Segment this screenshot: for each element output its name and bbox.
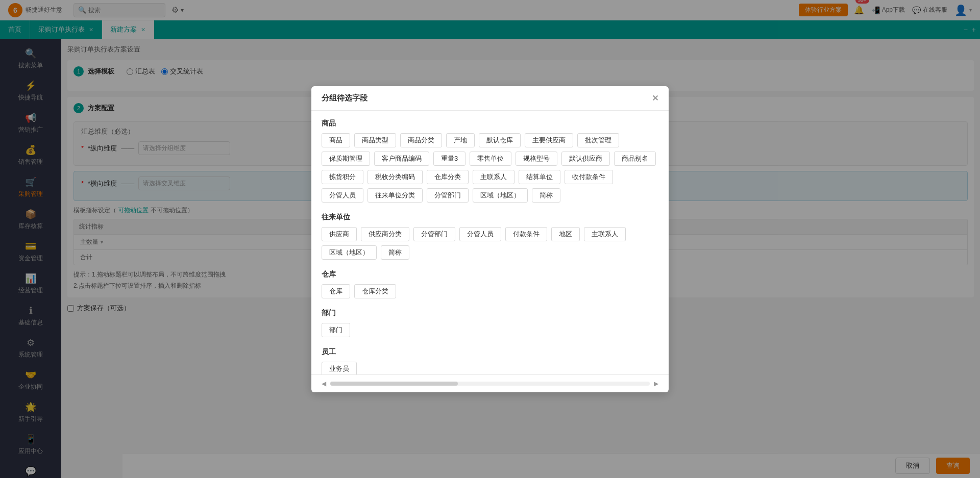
field-tag-3-0[interactable]: 部门	[322, 323, 350, 337]
field-tags-2: 仓库仓库分类	[322, 284, 658, 298]
field-tag-0-7[interactable]: 保质期管理	[322, 152, 370, 166]
field-tags-0: 商品商品类型商品分类产地默认仓库主要供应商批次管理保质期管理客户商品编码重量3零…	[322, 133, 658, 203]
field-tag-1-3[interactable]: 分管人员	[459, 227, 501, 241]
field-group-title-1: 往来单位	[322, 213, 658, 222]
field-tag-0-22[interactable]: 分管部门	[427, 188, 469, 203]
field-tag-0-11[interactable]: 规格型号	[516, 152, 557, 166]
field-tag-0-3[interactable]: 产地	[446, 133, 475, 147]
field-group-3: 部门部门	[322, 309, 658, 337]
field-tag-1-0[interactable]: 供应商	[322, 227, 357, 241]
scroll-right-icon[interactable]: ▶	[654, 380, 658, 387]
field-tag-2-1[interactable]: 仓库分类	[354, 284, 396, 298]
field-tag-0-23[interactable]: 区域（地区）	[473, 188, 528, 203]
field-group-4: 员工业务员	[322, 347, 658, 374]
modal: 分组待选字段 ✕ 商品商品商品类型商品分类产地默认仓库主要供应商批次管理保质期管…	[311, 86, 669, 392]
field-tag-1-5[interactable]: 地区	[551, 227, 580, 241]
field-tag-0-18[interactable]: 结算单位	[519, 170, 560, 184]
field-tag-0-9[interactable]: 重量3	[433, 152, 465, 166]
field-tags-3: 部门	[322, 323, 658, 337]
field-tag-0-15[interactable]: 税收分类编码	[368, 170, 423, 184]
field-group-1: 往来单位供应商供应商分类分管部门分管人员付款条件地区主联系人区域（地区）简称	[322, 213, 658, 260]
field-tag-0-21[interactable]: 往来单位分类	[368, 188, 423, 203]
modal-close-button[interactable]: ✕	[652, 93, 658, 103]
modal-title: 分组待选字段	[322, 93, 368, 103]
field-tag-0-12[interactable]: 默认供应商	[561, 152, 610, 166]
scroll-left-icon[interactable]: ◀	[322, 380, 326, 387]
field-tag-0-19[interactable]: 收付款条件	[565, 170, 613, 184]
field-group-title-0: 商品	[322, 119, 658, 128]
field-tag-0-16[interactable]: 仓库分类	[427, 170, 469, 184]
scrollbar-thumb	[330, 382, 458, 386]
field-tag-1-2[interactable]: 分管部门	[413, 227, 455, 241]
field-group-title-4: 员工	[322, 347, 658, 357]
field-tag-0-24[interactable]: 简称	[532, 188, 560, 203]
modal-overlay[interactable]: 分组待选字段 ✕ 商品商品商品类型商品分类产地默认仓库主要供应商批次管理保质期管…	[0, 0, 980, 478]
field-tag-4-0[interactable]: 业务员	[322, 362, 357, 374]
field-tag-1-7[interactable]: 区域（地区）	[322, 245, 377, 260]
field-group-title-3: 部门	[322, 309, 658, 318]
field-tag-0-2[interactable]: 商品分类	[400, 133, 442, 147]
horizontal-scrollbar[interactable]	[330, 382, 650, 386]
field-tag-0-10[interactable]: 零售单位	[470, 152, 511, 166]
field-tag-0-4[interactable]: 默认仓库	[479, 133, 521, 147]
field-tag-1-6[interactable]: 主联系人	[584, 227, 626, 241]
field-tags-4: 业务员	[322, 362, 658, 374]
field-tag-0-0[interactable]: 商品	[322, 133, 350, 147]
field-tag-0-5[interactable]: 主要供应商	[525, 133, 573, 147]
field-tag-0-17[interactable]: 主联系人	[473, 170, 514, 184]
modal-header: 分组待选字段 ✕	[311, 86, 669, 111]
field-tag-1-4[interactable]: 付款条件	[505, 227, 547, 241]
field-group-0: 商品商品商品类型商品分类产地默认仓库主要供应商批次管理保质期管理客户商品编码重量…	[322, 119, 658, 203]
field-tag-0-20[interactable]: 分管人员	[322, 188, 363, 203]
field-tag-0-8[interactable]: 客户商品编码	[374, 152, 429, 166]
modal-footer: ◀ ▶	[311, 374, 669, 392]
field-tag-2-0[interactable]: 仓库	[322, 284, 350, 298]
modal-body: 商品商品商品类型商品分类产地默认仓库主要供应商批次管理保质期管理客户商品编码重量…	[311, 111, 669, 374]
field-tag-1-1[interactable]: 供应商分类	[361, 227, 409, 241]
field-tags-1: 供应商供应商分类分管部门分管人员付款条件地区主联系人区域（地区）简称	[322, 227, 658, 260]
field-group-2: 仓库仓库仓库分类	[322, 270, 658, 298]
field-group-title-2: 仓库	[322, 270, 658, 279]
field-tag-0-1[interactable]: 商品类型	[354, 133, 396, 147]
field-tag-0-14[interactable]: 拣货积分	[322, 170, 363, 184]
field-tag-0-6[interactable]: 批次管理	[577, 133, 619, 147]
field-tag-1-8[interactable]: 简称	[381, 245, 409, 260]
field-tag-0-13[interactable]: 商品别名	[614, 152, 656, 166]
